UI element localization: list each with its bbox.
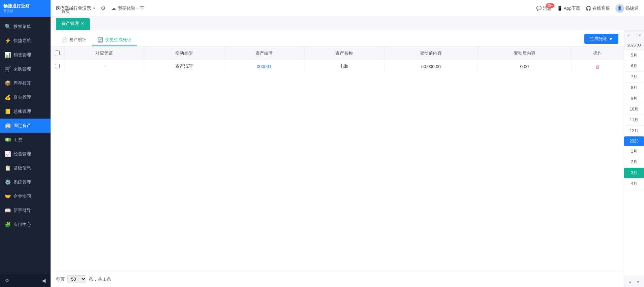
subtab-label-voucher: 变更生成凭证 — [105, 37, 131, 43]
sidebar-item-ledger[interactable]: 📒总账管理 — [0, 104, 51, 119]
tab-close-asset[interactable]: ✕ — [81, 21, 84, 26]
subtab-list[interactable]: 📄资产明细 — [56, 34, 92, 46]
subtab-voucher[interactable]: 🔄变更生成凭证 — [92, 34, 137, 46]
message-icon: 💬 — [536, 6, 542, 11]
settings-icon[interactable]: ⚙ — [5, 278, 9, 284]
subtab-label-list: 资产明细 — [69, 37, 87, 43]
sidebar-item-sales[interactable]: 📊销售管理 — [0, 48, 51, 62]
topbar-settings-icon[interactable]: ⚙ — [101, 5, 105, 11]
sidebar-label-inventory: 库存核算 — [13, 80, 31, 86]
generate-voucher-btn[interactable]: 生成凭证 ▼ — [584, 34, 618, 44]
sidebar-label-corp: 企业协同 — [13, 193, 31, 199]
sidebar-label-guide: 新手引导 — [13, 208, 31, 214]
delete-icon[interactable]: 🗑 — [595, 64, 600, 69]
row-checkbox[interactable] — [55, 64, 60, 68]
pagination: 每页 102050100 条，共 1 条 — [51, 271, 624, 287]
topbar: 医疗器械行业演示 ▼ ⚙ ☁ 我要体验一下 💬 消息 99+ 📱 App下载 🎧… — [51, 0, 644, 17]
sidebar-item-purchase[interactable]: 🛒采购管理 — [0, 62, 51, 76]
panel-year-month: 2023.03 — [627, 43, 641, 47]
date-month[interactable]: 12月 — [624, 126, 644, 136]
subtabs-list: 📄资产明细🔄变更生成凭证 — [56, 34, 584, 46]
row-asset-name: 电脑 — [304, 60, 385, 73]
dropdown-arrow-icon: ▼ — [609, 36, 613, 41]
app-download-btn[interactable]: 📱 App下载 — [557, 5, 580, 11]
sidebar-item-guide[interactable]: 📖新手引导 — [0, 203, 51, 218]
service-icon: 🎧 — [586, 6, 591, 11]
collapse-icon[interactable]: ◀ — [42, 278, 46, 284]
col-after: 变动后内容 — [478, 47, 572, 60]
date-month[interactable]: 9月 — [624, 93, 644, 104]
row-after: 0.00 — [478, 60, 572, 73]
sidebar-label-sales: 销售管理 — [13, 52, 31, 58]
select-all-checkbox[interactable] — [55, 51, 60, 55]
message-btn[interactable]: 💬 消息 99+ — [536, 5, 552, 11]
tab-label-asset: 资产管理 — [61, 21, 79, 26]
search-icon: 🔍 — [5, 24, 11, 30]
ops-icon: 📈 — [5, 151, 11, 157]
sidebar-item-salary[interactable]: 💵工资 — [0, 133, 51, 147]
quicknav-icon: ⚡ — [5, 38, 11, 44]
sidebar-label-search: 搜索菜单 — [13, 24, 31, 30]
date-month[interactable]: 8月 — [624, 83, 644, 93]
guide-icon: 📖 — [5, 208, 11, 214]
sidebar-label-system: 系统管理 — [13, 179, 31, 185]
tabbar: 首页资产管理✕ — [51, 17, 644, 30]
total-label: 条，共 1 条 — [89, 276, 111, 282]
sidebar-item-apps[interactable]: 🧩应用中心 — [0, 218, 51, 232]
date-month[interactable]: 5月 — [624, 50, 644, 61]
sidebar-item-finance[interactable]: 💰资金管理 — [0, 90, 51, 104]
date-month[interactable]: 3月 — [624, 168, 644, 179]
sidebar-label-quicknav: 快捷导航 — [13, 38, 31, 44]
experience-btn[interactable]: ☁ 我要体验一下 — [112, 5, 144, 11]
service-label: 在线客服 — [592, 5, 610, 11]
sidebar-label-ledger: 总账管理 — [13, 108, 31, 115]
date-month[interactable]: 11月 — [624, 115, 644, 126]
panel-expand-btn[interactable]: ⤢ — [625, 32, 632, 39]
date-month[interactable]: 2月 — [624, 157, 644, 168]
date-list: 5月6月7月8月9月10月11月12月20231月2月3月4月 — [624, 50, 644, 277]
tab-label-home: 首页 — [61, 9, 70, 14]
asset-table: 对应凭证 变动类型 资产编号 资产名称 变动前内容 变动后内容 操作 -- 资产… — [51, 47, 624, 73]
cloud-icon: ☁ — [112, 6, 116, 11]
panel-header: 2023.03 — [624, 40, 644, 50]
sidebar-item-inventory[interactable]: 📦库存核算 — [0, 76, 51, 90]
sidebar-item-search[interactable]: 🔍搜索菜单 — [0, 20, 51, 34]
per-page-select[interactable]: 102050100 — [67, 275, 86, 283]
date-month[interactable]: 7月 — [624, 72, 644, 83]
row-action: 🗑 — [571, 60, 624, 73]
app-label: App下载 — [564, 5, 580, 11]
sidebar-label-apps: 应用中心 — [13, 222, 31, 228]
tab-home[interactable]: 首页 — [56, 6, 90, 18]
date-month[interactable]: 10月 — [624, 104, 644, 115]
sidebar-item-corp[interactable]: 🤝企业协同 — [0, 189, 51, 203]
sidebar-item-ops[interactable]: 📈经营管理 — [0, 147, 51, 161]
date-down-btn[interactable]: ▼ — [635, 278, 642, 286]
sidebar-item-fixed[interactable]: 🏢固定资产 — [0, 119, 51, 133]
sidebar-label-basic: 基础信息 — [13, 165, 31, 171]
sidebar-item-basic[interactable]: 📋基础信息 — [0, 161, 51, 175]
experience-label: 我要体验一下 — [118, 5, 144, 11]
panel-close-btn[interactable]: ✕ — [637, 32, 643, 39]
sidebar-nav: 🔍搜索菜单⚡快捷导航📊销售管理🛒采购管理📦库存核算💰资金管理📒总账管理🏢固定资产… — [0, 20, 51, 274]
col-voucher: 对应凭证 — [64, 47, 144, 60]
sidebar-item-system[interactable]: ⚙️系统管理 — [0, 175, 51, 189]
user-btn[interactable]: 👤 畅捷通 — [615, 4, 639, 13]
date-month[interactable]: 1月 — [624, 146, 644, 157]
app-edition: 普及版 — [3, 9, 30, 13]
topbar-right: 💬 消息 99+ 📱 App下载 🎧 在线客服 👤 畅捷通 — [536, 4, 639, 13]
table-container: 对应凭证 变动类型 资产编号 资产名称 变动前内容 变动后内容 操作 -- 资产… — [51, 47, 624, 271]
row-change-type: 资产清理 — [144, 60, 224, 73]
date-month[interactable]: 6月 — [624, 61, 644, 72]
row-select — [51, 60, 64, 73]
generate-btn-wrapper: 生成凭证 ▼ — [584, 34, 618, 44]
date-up-btn[interactable]: ▲ — [627, 278, 634, 286]
sidebar-item-quicknav[interactable]: ⚡快捷导航 — [0, 34, 51, 48]
date-month[interactable]: 4月 — [624, 179, 644, 189]
inventory-icon: 📦 — [5, 80, 11, 86]
sidebar-footer: ⚙ ◀ — [0, 274, 51, 287]
sidebar: 畅捷通好业财 普及版 🔍搜索菜单⚡快捷导航📊销售管理🛒采购管理📦库存核算💰资金管… — [0, 0, 51, 287]
service-btn[interactable]: 🎧 在线客服 — [586, 5, 610, 11]
date-year-2023[interactable]: 2023 — [624, 136, 644, 146]
tab-asset[interactable]: 资产管理✕ — [56, 18, 90, 30]
select-all-col — [51, 47, 64, 60]
